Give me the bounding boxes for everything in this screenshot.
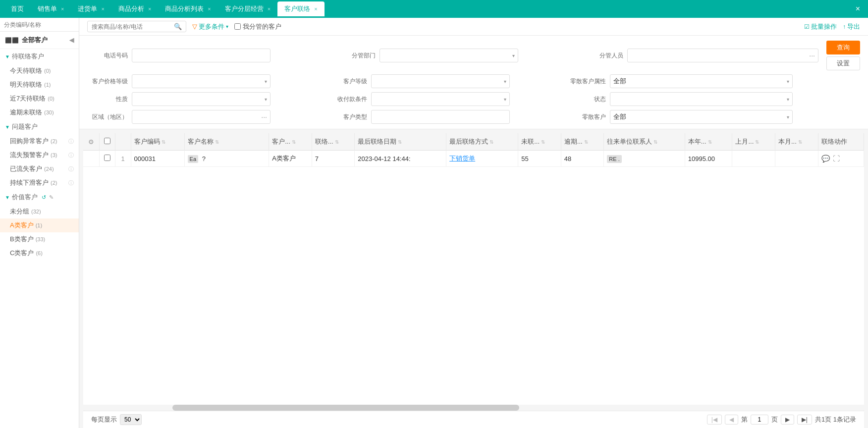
col-contact[interactable]: 联络... ⇅ (312, 133, 355, 151)
close-product-analysis-list-tab[interactable]: × (208, 6, 211, 12)
row-select-checkbox[interactable] (104, 155, 110, 161)
status-select[interactable]: ▾ (610, 92, 793, 106)
col-no-contact[interactable]: 未联... ⇅ (518, 133, 561, 151)
filter-field-person: 分管人员 ··· (583, 49, 818, 62)
sidebar-item-overdue[interactable]: 逾期未联络 (30) (0, 106, 79, 119)
dept-label: 分管部门 (335, 52, 380, 60)
filter-row-4: 区域（地区） ··· 客户类型 零散客户 全部 ▾ (87, 110, 860, 124)
my-customers-checkbox[interactable]: 我分管的客户 (234, 22, 281, 31)
col-last-month[interactable]: 上月... ⇅ (732, 133, 775, 151)
region-input[interactable]: ··· (132, 110, 271, 124)
close-customer-segment-tab[interactable]: × (268, 6, 271, 12)
sidebar-collapse-icon[interactable]: ◀ (69, 37, 74, 44)
close-all-button[interactable]: × (852, 4, 864, 13)
col-last-date[interactable]: 最后联络日期 ⇅ (355, 133, 446, 151)
per-page-select[interactable]: 50 (120, 414, 142, 425)
sidebar-group-value[interactable]: ▼ 价值客户 ↺ ✎ (0, 190, 79, 205)
person-select[interactable]: ··· (627, 49, 818, 62)
customer-level-select[interactable]: ▾ (371, 74, 510, 88)
nature-select[interactable]: ▾ (132, 92, 271, 106)
sidebar-search-box[interactable]: 🔍 (0, 18, 79, 32)
tab-product-analysis[interactable]: 商品分析 × (111, 1, 158, 16)
close-customer-contact-tab[interactable]: × (314, 6, 317, 12)
customer-type-input[interactable] (371, 110, 510, 124)
col-checkbox[interactable] (99, 133, 115, 151)
sort-unit-contact-icon: ⇅ (653, 139, 657, 145)
col-unit-contact[interactable]: 往来单位联系人 ⇅ (604, 133, 685, 151)
sidebar-item-class-a[interactable]: A类客户 (1) (0, 218, 79, 232)
retail-arrow-icon: ▾ (787, 114, 789, 120)
tab-customer-segment[interactable]: 客户分层经营 × (218, 1, 277, 16)
more-conditions-button[interactable]: ▽ 更多条件 ▾ (192, 22, 228, 31)
payment-select[interactable]: ▾ (371, 92, 510, 106)
scrollbar-thumb[interactable] (172, 405, 519, 411)
close-sales-tab[interactable]: × (61, 6, 64, 12)
select-all-checkbox[interactable] (104, 138, 110, 144)
sidebar-group-pending[interactable]: ▼ 待联络客户 (0, 49, 79, 64)
name-tag: Ea (188, 155, 198, 163)
customer-level-label: 客户等级 (326, 77, 371, 86)
sidebar-search-input[interactable] (4, 21, 78, 28)
col-type[interactable]: 客户... ⇅ (269, 133, 312, 151)
col-name[interactable]: 客户名称 ⇅ (184, 133, 269, 151)
main-search-box[interactable]: 🔍 (87, 21, 186, 32)
close-purchase-tab[interactable]: × (101, 6, 104, 12)
customer-level-arrow-icon: ▾ (504, 79, 506, 84)
tab-sales[interactable]: 销售单 × (31, 1, 71, 16)
first-page-button[interactable]: |◀ (707, 415, 722, 425)
col-settings[interactable]: ⚙ (83, 133, 99, 151)
phone-input[interactable] (132, 49, 271, 62)
col-code[interactable]: 客户编码 ⇅ (131, 133, 184, 151)
tab-product-analysis-list[interactable]: 商品分析列表 × (158, 1, 217, 16)
sidebar-item-unclassified[interactable]: 未分组 (32) (0, 205, 79, 218)
row-name: Ea ? (184, 151, 269, 167)
my-customers-check[interactable] (234, 23, 241, 30)
sidebar-group-problem[interactable]: ▼ 问题客户 (0, 119, 79, 134)
value-group-refresh-icon[interactable]: ↺ (42, 194, 46, 201)
sidebar-item-class-b[interactable]: B类客户 (33) (0, 232, 79, 246)
sidebar-item-declining[interactable]: 持续下滑客户 (2) ⓘ (0, 176, 79, 190)
retail-attr-select[interactable]: 全部 ▾ (610, 74, 793, 88)
filter-row-2: 客户价格等级 ▾ 客户等级 ▾ 零散客户属性 全部 (87, 74, 860, 88)
page-number-input[interactable] (751, 415, 768, 425)
sidebar-item-7days[interactable]: 近7天待联络 (0) (0, 92, 79, 106)
row-last-method[interactable]: 下销货单 (446, 151, 518, 167)
sidebar-item-class-c[interactable]: C类客户 (6) (0, 246, 79, 260)
col-last-method[interactable]: 最后联络方式 ⇅ (446, 133, 518, 151)
col-this-year[interactable]: 本年... ⇅ (685, 133, 732, 151)
last-page-button[interactable]: ▶| (797, 415, 812, 425)
sidebar-item-churn-warning[interactable]: 流失预警客户 (3) ⓘ (0, 148, 79, 162)
home-tab[interactable]: 首页 (4, 1, 31, 16)
prev-page-button[interactable]: ◀ (725, 415, 738, 425)
horizontal-scrollbar[interactable] (83, 405, 864, 411)
filter-field-nature: 性质 ▾ (87, 92, 315, 106)
sidebar-item-today[interactable]: 今天待联络 (0) (0, 64, 79, 78)
sidebar-item-churned[interactable]: 已流失客户 (24) ⓘ (0, 162, 79, 176)
search-button[interactable]: 查询 (826, 41, 860, 54)
export-button[interactable]: ↑ 导出 (843, 22, 860, 31)
next-page-button[interactable]: ▶ (781, 415, 794, 425)
row-link-icon[interactable]: ⛶ (833, 155, 840, 162)
tab-customer-contact[interactable]: 客户联络 × (277, 1, 324, 16)
batch-ops-button[interactable]: ☑ 批量操作 (804, 22, 837, 31)
sidebar-item-tomorrow[interactable]: 明天待联络 (1) (0, 78, 79, 92)
all-customers-header[interactable]: ⬛⬛ 全部客户 ◀ (0, 32, 79, 49)
settings-button[interactable]: 设置 (826, 56, 860, 70)
col-overdue[interactable]: 逾期... ⇅ (561, 133, 604, 151)
price-level-select[interactable]: ▾ (132, 74, 271, 88)
tab-purchase[interactable]: 进货单 × (71, 1, 111, 16)
value-group-edit-icon[interactable]: ✎ (49, 194, 54, 201)
col-this-month[interactable]: 本月... ⇅ (775, 133, 818, 151)
sort-name-icon: ⇅ (215, 139, 219, 145)
row-checkbox[interactable] (99, 151, 115, 167)
sort-last-month-icon: ⇅ (755, 139, 759, 145)
main-search-input[interactable] (92, 23, 172, 30)
close-product-analysis-tab[interactable]: × (148, 6, 151, 12)
price-level-arrow-icon: ▾ (265, 79, 267, 84)
retail-select[interactable]: 全部 ▾ (610, 110, 793, 124)
row-message-icon[interactable]: 💬 (821, 155, 830, 162)
table-row: 1 000031 Ea ? A类客户 7 2023-04-12 14:44: 下… (83, 151, 864, 167)
dept-select[interactable]: ▾ (380, 49, 518, 62)
sidebar-item-repurchase-abnormal[interactable]: 回购异常客户 (2) ⓘ (0, 134, 79, 148)
row-overdue: 48 (561, 151, 604, 167)
